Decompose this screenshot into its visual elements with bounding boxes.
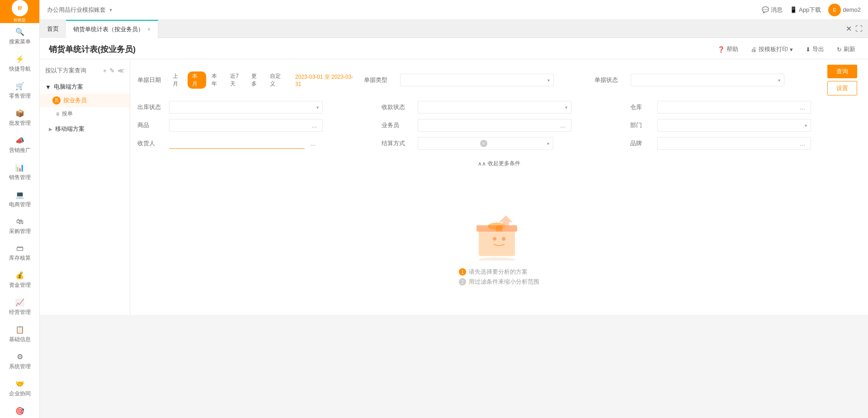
warehouse-dots-btn[interactable]: ... bbox=[798, 104, 807, 111]
goods-dots-btn[interactable]: ... bbox=[310, 122, 319, 129]
page-actions: ❓ 帮助 🖨 按模板打印 ▾ ⬇ 导出 ↻ 刷新 bbox=[714, 43, 859, 55]
settings-btn[interactable]: 设置 bbox=[827, 81, 857, 95]
date-range-display: 2023-03-01 至 2023-03-31 bbox=[295, 73, 355, 87]
tabbar-close-icon[interactable]: ✕ bbox=[846, 24, 852, 33]
logo-icon: 好 bbox=[12, 0, 28, 16]
query-btn[interactable]: 查询 bbox=[827, 65, 857, 78]
sub-scheme-label: 按单 bbox=[62, 110, 73, 118]
export-btn[interactable]: ⬇ 导出 bbox=[802, 43, 828, 55]
refresh-icon: ↻ bbox=[837, 46, 842, 53]
sidebar-item-11[interactable]: 📋基础信息 bbox=[0, 321, 40, 348]
sidebar-item-7[interactable]: 🛍采购管理 bbox=[0, 213, 40, 240]
doc-status-select[interactable]: ▾ bbox=[631, 74, 784, 86]
sidebar-item-5[interactable]: 📊销售管理 bbox=[0, 159, 40, 186]
sidebar-item-10[interactable]: 📈经营管理 bbox=[0, 294, 40, 321]
sidebar-item-0[interactable]: 🔍搜索菜单 bbox=[0, 23, 40, 50]
consignee-control: ... bbox=[169, 138, 373, 149]
receipt-status-select[interactable]: ▾ bbox=[418, 101, 571, 114]
goods-label: 商品 bbox=[137, 121, 169, 129]
message-btn[interactable]: 💬 消息 bbox=[762, 6, 783, 14]
tab-active[interactable]: 销货单统计表（按业务员） × bbox=[66, 20, 158, 38]
sidebar-item-12[interactable]: ⚙系统管理 bbox=[0, 348, 40, 375]
department-control: ▾ bbox=[657, 119, 861, 132]
date-tab-current-month[interactable]: 本月 bbox=[188, 71, 206, 89]
date-tab-more[interactable]: 更多 bbox=[248, 71, 264, 89]
sidebar-item-3[interactable]: 📦批发管理 bbox=[0, 104, 40, 132]
app-logo: 好 标账版 bbox=[0, 0, 40, 23]
edit-scheme-icon[interactable]: ✎ bbox=[109, 67, 115, 74]
goods-select[interactable]: ... bbox=[169, 119, 323, 132]
department-dropdown-icon: ▾ bbox=[805, 123, 807, 128]
empty-svg bbox=[465, 206, 533, 261]
mobile-scheme-item[interactable]: ▶ 移动端方案 bbox=[40, 122, 130, 136]
sidebar-item-9[interactable]: 💰资金管理 bbox=[0, 266, 40, 294]
add-scheme-icon[interactable]: + bbox=[103, 67, 107, 74]
salesperson-select[interactable]: ... bbox=[418, 119, 571, 132]
export-icon: ⬇ bbox=[806, 46, 811, 53]
sidebar-item-1[interactable]: ⚡快捷导航 bbox=[0, 50, 40, 77]
settlement-label: 结算方式 bbox=[382, 139, 418, 147]
topbar-dropdown-icon[interactable]: ▾ bbox=[109, 7, 112, 13]
print-btn[interactable]: 🖨 按模板打印 ▾ bbox=[747, 43, 797, 55]
left-panel-title: 按以下方案查询 bbox=[45, 66, 86, 75]
empty-state-area: 请先选择要分析的方案 用过滤条件来缩小分析范围 bbox=[130, 179, 868, 315]
consignee-label: 收货人 bbox=[137, 139, 169, 147]
help-btn[interactable]: ❓ 帮助 bbox=[714, 43, 742, 55]
date-tab-current-year[interactable]: 本年 bbox=[208, 71, 225, 89]
sidebar-item-8[interactable]: 🗃库存核算 bbox=[0, 240, 40, 266]
collapse-section: ∧∧ 收起更多条件 bbox=[137, 155, 861, 174]
active-scheme-label: 按业务员 bbox=[63, 96, 87, 104]
print-icon: 🖨 bbox=[751, 46, 757, 53]
avatar: E bbox=[828, 4, 841, 16]
user-avatar-btn[interactable]: E demo2 bbox=[828, 4, 861, 16]
tabbar-expand-icon[interactable]: ⛶ bbox=[855, 25, 863, 33]
main-area: 办公用品行业模拟账套 ▾ 💬 消息 📱 App下载 E demo2 首页 bbox=[40, 0, 868, 418]
sidebar-item-4[interactable]: 📣营销推广 bbox=[0, 132, 40, 159]
filter-row-1: 单据日期 上月 本月 本年 近7天 更多 自定义 2023-03-01 至 20… bbox=[137, 65, 861, 95]
collapse-panel-icon[interactable]: ≪ bbox=[118, 67, 124, 74]
brand-dots-btn[interactable]: ... bbox=[798, 140, 807, 147]
settlement-select[interactable]: × ▾ bbox=[418, 137, 553, 150]
warehouse-select[interactable]: ... bbox=[657, 101, 811, 114]
empty-illustration bbox=[465, 206, 533, 261]
warehouse-label: 仓库 bbox=[630, 103, 657, 111]
department-select[interactable]: ▾ bbox=[657, 119, 811, 132]
help-icon: ❓ bbox=[717, 46, 725, 53]
out-status-dropdown-icon: ▾ bbox=[316, 105, 319, 110]
tab-close-btn[interactable]: × bbox=[147, 26, 151, 33]
date-label: 单据日期 bbox=[137, 76, 169, 84]
sidebar-item-2[interactable]: 🛒零售管理 bbox=[0, 77, 40, 104]
out-status-select[interactable]: ▾ bbox=[169, 101, 323, 114]
sidebar-item-13[interactable]: 🤝企业协同 bbox=[0, 375, 40, 402]
brand-label: 品牌 bbox=[630, 139, 657, 147]
app-download-icon: 📱 bbox=[790, 6, 797, 13]
consignee-input[interactable] bbox=[169, 138, 305, 149]
sub-scheme-item[interactable]: ≡ 按单 bbox=[40, 107, 130, 120]
tabbar: 首页 销货单统计表（按业务员） × ✕ ⛶ bbox=[40, 20, 868, 38]
sidebar: 好 标账版 🔍搜索菜单⚡快捷导航🛒零售管理📦批发管理📣营销推广📊销售管理💻电商管… bbox=[0, 0, 40, 418]
sidebar-item-6[interactable]: 💻电商管理 bbox=[0, 186, 40, 213]
date-tab-7days[interactable]: 近7天 bbox=[226, 71, 246, 89]
settlement-control: × ▾ bbox=[418, 137, 621, 150]
sidebar-items-container: 🔍搜索菜单⚡快捷导航🛒零售管理📦批发管理📣营销推广📊销售管理💻电商管理🛍采购管理… bbox=[0, 23, 40, 418]
pc-scheme-group-header[interactable]: ▼ 电脑端方案 bbox=[40, 80, 130, 94]
date-tab-custom[interactable]: 自定义 bbox=[266, 71, 288, 89]
page-title: 销货单统计表(按业务员) bbox=[49, 44, 136, 55]
consignee-dots-btn[interactable]: ... bbox=[308, 140, 317, 147]
svg-point-6 bbox=[479, 257, 515, 261]
sidebar-item-14[interactable]: 🎯新手引导 bbox=[0, 402, 40, 418]
refresh-btn[interactable]: ↻ 刷新 bbox=[833, 43, 859, 55]
logo-text: 标账版 bbox=[14, 17, 26, 23]
pc-scheme-label: 电脑端方案 bbox=[54, 83, 83, 91]
app-download-btn[interactable]: 📱 App下载 bbox=[790, 6, 821, 14]
collapse-btn[interactable]: ∧∧ 收起更多条件 bbox=[475, 157, 523, 170]
active-scheme-item[interactable]: 员 按业务员 bbox=[40, 94, 130, 107]
tab-home[interactable]: 首页 bbox=[40, 20, 66, 38]
settlement-clear-btn[interactable]: × bbox=[480, 140, 487, 147]
brand-select[interactable]: ... bbox=[657, 137, 811, 150]
department-label: 部门 bbox=[630, 121, 657, 129]
filter-row-3: 商品 ... 业务员 ... bbox=[137, 119, 861, 132]
doc-type-select[interactable]: ▾ bbox=[400, 74, 554, 86]
salesperson-dots-btn[interactable]: ... bbox=[558, 122, 567, 129]
date-tab-prev-month[interactable]: 上月 bbox=[169, 71, 186, 89]
